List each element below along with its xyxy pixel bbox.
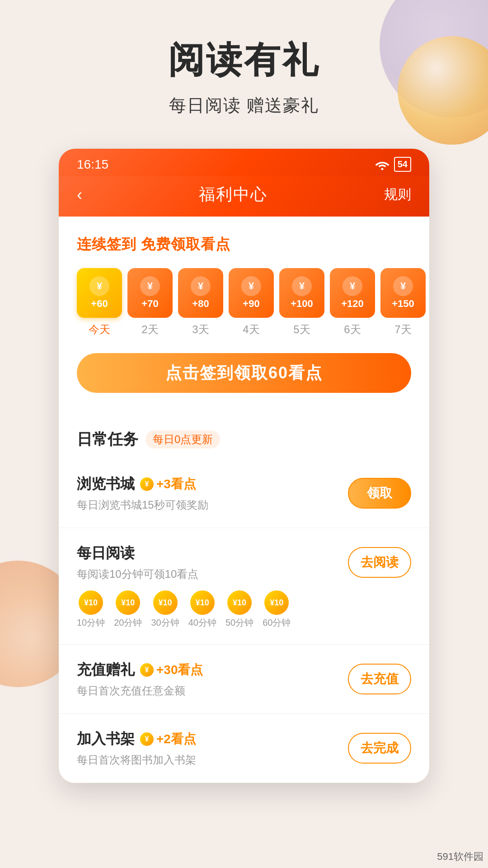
wifi-icon [375, 159, 389, 170]
task-info-reading: 每日阅读 每阅读10分钟可领10看点 [77, 543, 348, 581]
coin-amount-2: +70 [141, 298, 158, 310]
reading-progress: ¥10 10分钟 ¥10 20分钟 ¥10 30分钟 ¥10 [77, 590, 411, 629]
task-info-browse: 浏览书城 ¥ +3看点 每日浏览书城15秒可领奖励 [77, 474, 348, 512]
nav-bar: ‹ 福利中心 规则 [59, 176, 429, 217]
progress-coin-2: ¥10 20分钟 [114, 590, 142, 629]
nav-title: 福利中心 [199, 184, 267, 206]
task-name-row-reading: 每日阅读 [77, 543, 348, 563]
task-row-recharge: 充值赠礼 ¥ +30看点 每日首次充值任意金额 去充值 [77, 660, 411, 698]
task-name-shelf: 加入书架 [77, 729, 135, 749]
progress-coins-row: ¥10 10分钟 ¥10 20分钟 ¥10 30分钟 ¥10 [77, 590, 411, 629]
tasks-header: 日常任务 每日0点更新 [59, 415, 429, 459]
progress-coin-4: ¥10 40分钟 [188, 590, 216, 629]
back-button[interactable]: ‹ [77, 185, 82, 204]
task-reward-shelf: ¥ +2看点 [140, 731, 196, 748]
day-item-3: ¥ +80 3天 [178, 268, 223, 337]
tasks-title: 日常任务 [77, 429, 138, 450]
task-name-browse: 浏览书城 [77, 474, 135, 494]
progress-coin-5: ¥10 50分钟 [225, 590, 253, 629]
progress-coin-3: ¥10 30分钟 [151, 590, 179, 629]
prog-coin-5: ¥10 [227, 590, 252, 615]
coin-icon-recharge: ¥ [140, 663, 154, 677]
coin-symbol-7: ¥ [393, 276, 413, 296]
coin-icon-browse: ¥ [140, 477, 154, 491]
task-btn-browse[interactable]: 领取 [348, 478, 411, 509]
task-item-reading: 每日阅读 每阅读10分钟可领10看点 去阅读 ¥10 10分钟 ¥10 [59, 528, 429, 645]
coin-symbol-3: ¥ [191, 276, 211, 296]
coin-symbol-2: ¥ [140, 276, 160, 296]
page-container: 阅读有礼 每日阅读 赠送豪礼 16:15 54 ‹ 福利中心 规则 连续签到 免 [0, 0, 488, 868]
day-item-2: ¥ +70 2天 [127, 268, 173, 337]
status-icons: 54 [375, 157, 411, 172]
day-label-3: 3天 [192, 322, 209, 337]
prog-coin-3: ¥10 [153, 590, 178, 615]
status-time: 16:15 [77, 157, 108, 172]
task-name-row-recharge: 充值赠礼 ¥ +30看点 [77, 660, 348, 680]
task-btn-recharge[interactable]: 去充值 [348, 664, 411, 694]
day-label-6: 6天 [344, 322, 361, 337]
signin-title: 连续签到 免费领取看点 [77, 235, 411, 255]
prog-time-5: 50分钟 [225, 617, 253, 629]
rule-button[interactable]: 规则 [384, 185, 411, 204]
status-bar: 16:15 54 [59, 149, 429, 176]
day-label-2: 2天 [141, 322, 158, 337]
task-desc-shelf: 每日首次将图书加入书架 [77, 753, 348, 767]
coin-icon-shelf: ¥ [140, 732, 154, 746]
day-item-1: ¥ +60 今天 [77, 268, 122, 337]
progress-coin-6: ¥10 60分钟 [263, 590, 291, 629]
task-btn-reading[interactable]: 去阅读 [348, 547, 411, 578]
coin-amount-3: +80 [192, 298, 209, 310]
days-row: ¥ +60 今天 ¥ +70 2天 ¥ +8 [77, 268, 411, 337]
coin-badge-6: ¥ +120 [330, 268, 375, 318]
task-name-row-shelf: 加入书架 ¥ +2看点 [77, 729, 348, 749]
coin-badge-2: ¥ +70 [127, 268, 173, 318]
task-reward-browse: ¥ +3看点 [140, 476, 196, 493]
task-item-recharge: 充值赠礼 ¥ +30看点 每日首次充值任意金额 去充值 [59, 645, 429, 714]
task-desc-browse: 每日浏览书城15秒可领奖励 [77, 498, 348, 512]
signin-button[interactable]: 点击签到领取60看点 [77, 353, 411, 393]
coin-symbol-6: ¥ [343, 276, 362, 296]
coin-symbol-1: ¥ [89, 276, 109, 296]
coin-amount-6: +120 [341, 298, 364, 310]
prog-time-1: 10分钟 [77, 617, 105, 629]
task-row-shelf: 加入书架 ¥ +2看点 每日首次将图书加入书架 去完成 [77, 729, 411, 767]
day-item-6: ¥ +120 6天 [330, 268, 375, 337]
coin-badge-7: ¥ +150 [380, 268, 426, 318]
task-name-row-browse: 浏览书城 ¥ +3看点 [77, 474, 348, 494]
watermark: 591软件园 [437, 850, 483, 863]
task-name-recharge: 充值赠礼 [77, 660, 135, 680]
task-name-reading: 每日阅读 [77, 543, 135, 563]
prog-coin-2: ¥10 [116, 590, 140, 615]
coin-symbol-5: ¥ [292, 276, 312, 296]
coin-amount-7: +150 [392, 298, 414, 310]
tasks-section: 日常任务 每日0点更新 浏览书城 ¥ +3看点 每日浏览书城15秒可领奖 [59, 415, 429, 783]
task-btn-shelf[interactable]: 去完成 [348, 733, 411, 764]
prog-time-3: 30分钟 [151, 617, 179, 629]
day-item-5: ¥ +100 5天 [279, 268, 324, 337]
coin-amount-4: +90 [243, 298, 259, 310]
tasks-update-hint: 每日0点更新 [145, 430, 220, 448]
coin-badge-5: ¥ +100 [279, 268, 324, 318]
prog-time-4: 40分钟 [188, 617, 216, 629]
signin-card: 连续签到 免费领取看点 ¥ +60 今天 ¥ +70 2 [59, 217, 429, 415]
coin-badge-3: ¥ +80 [178, 268, 223, 318]
coin-symbol-4: ¥ [241, 276, 261, 296]
task-row-reading: 每日阅读 每阅读10分钟可领10看点 去阅读 [77, 543, 411, 581]
prog-coin-1: ¥10 [79, 590, 103, 615]
task-info-shelf: 加入书架 ¥ +2看点 每日首次将图书加入书架 [77, 729, 348, 767]
prog-time-2: 20分钟 [114, 617, 142, 629]
phone-mockup: 16:15 54 ‹ 福利中心 规则 连续签到 免费领取看点 [59, 149, 429, 783]
task-desc-recharge: 每日首次充值任意金额 [77, 684, 348, 698]
svg-point-0 [381, 168, 383, 170]
day-label-1: 今天 [89, 322, 110, 337]
battery-indicator: 54 [394, 157, 411, 172]
task-item-shelf: 加入书架 ¥ +2看点 每日首次将图书加入书架 去完成 [59, 714, 429, 783]
task-reward-recharge: ¥ +30看点 [140, 661, 203, 679]
prog-time-6: 60分钟 [263, 617, 291, 629]
coin-amount-1: +60 [91, 298, 108, 310]
task-item-browse: 浏览书城 ¥ +3看点 每日浏览书城15秒可领奖励 领取 [59, 459, 429, 528]
day-label-7: 7天 [394, 322, 411, 337]
coin-badge-1: ¥ +60 [77, 268, 122, 318]
prog-coin-6: ¥10 [264, 590, 289, 615]
day-item-4: ¥ +90 4天 [229, 268, 274, 337]
